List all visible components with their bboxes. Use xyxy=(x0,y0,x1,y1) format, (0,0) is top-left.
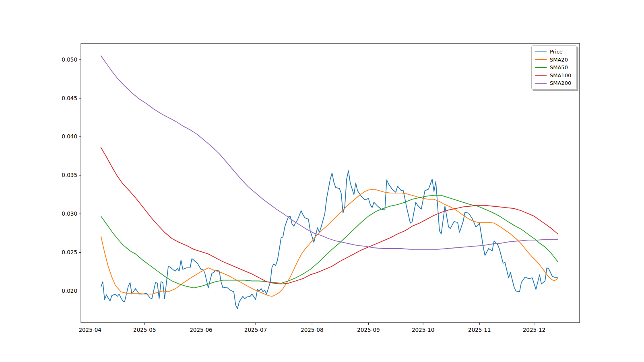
series-line-sma200 xyxy=(101,56,558,249)
legend-item-sma20: SMA20 xyxy=(535,56,574,64)
x-tick-label: 2025-09 xyxy=(357,327,380,333)
series-line-sma50 xyxy=(101,195,558,288)
y-tick-label: 0.040 xyxy=(62,133,77,140)
legend-label-price: Price xyxy=(550,49,563,54)
legend-item-sma50: SMA50 xyxy=(535,64,574,72)
legend-line-sample-sma100 xyxy=(535,75,547,76)
legend-label-sma100: SMA100 xyxy=(550,73,571,78)
series-layer xyxy=(101,56,558,309)
y-tick-label: 0.025 xyxy=(62,249,77,255)
x-tick-label: 2025-07 xyxy=(244,327,267,333)
axis-layer: 2025-042025-052025-062025-072025-082025-… xyxy=(62,56,545,333)
series-line-sma20 xyxy=(101,189,558,296)
legend-label-sma200: SMA200 xyxy=(550,80,571,86)
x-tick-label: 2025-11 xyxy=(468,327,491,333)
y-tick-label: 0.045 xyxy=(62,95,77,101)
plot-frame xyxy=(81,43,580,323)
legend-item-price: Price xyxy=(535,48,574,56)
legend-line-sample-sma200 xyxy=(535,83,547,84)
legend-label-sma50: SMA50 xyxy=(550,65,568,70)
legend-line-sample-price xyxy=(535,51,547,52)
x-tick-label: 2025-04 xyxy=(78,327,101,333)
legend-label-sma20: SMA20 xyxy=(550,57,568,62)
legend-item-sma200: SMA200 xyxy=(535,79,574,87)
legend-line-sample-sma20 xyxy=(535,59,547,60)
y-tick-label: 0.050 xyxy=(62,56,77,63)
x-tick-label: 2025-08 xyxy=(301,327,323,333)
legend: Price SMA20 SMA50 SMA100 SMA200 xyxy=(531,45,577,90)
series-line-sma100 xyxy=(101,148,558,284)
x-tick-label: 2025-12 xyxy=(523,327,545,333)
y-tick-label: 0.020 xyxy=(62,288,77,294)
x-tick-label: 2025-10 xyxy=(412,327,434,333)
legend-item-sma100: SMA100 xyxy=(535,72,574,80)
screenshot-root: { "window": { "width": 1600, "height": 9… xyxy=(0,0,644,362)
y-tick-label: 0.030 xyxy=(62,210,77,217)
series-line-price xyxy=(101,171,558,309)
legend-line-sample-sma50 xyxy=(535,67,547,68)
figure-canvas: 2025-042025-052025-062025-072025-082025-… xyxy=(0,0,644,362)
x-tick-label: 2025-06 xyxy=(190,327,212,333)
y-tick-label: 0.035 xyxy=(62,172,77,178)
x-tick-label: 2025-05 xyxy=(133,327,156,333)
